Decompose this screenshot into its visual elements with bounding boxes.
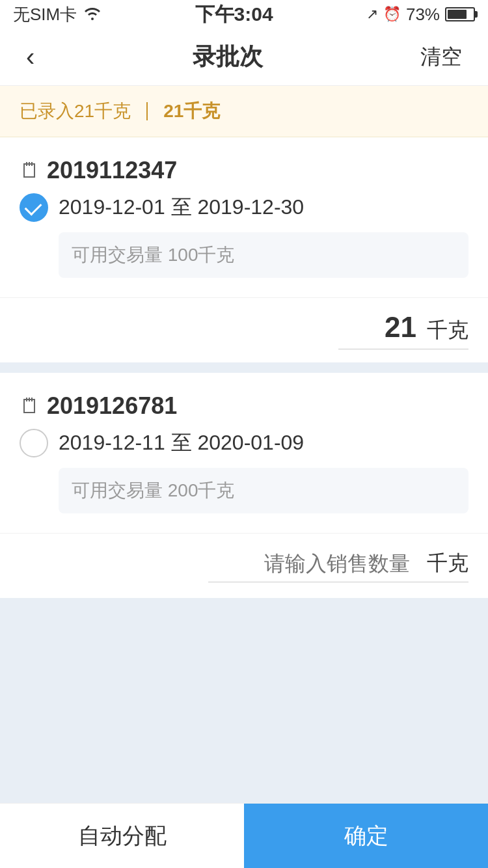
batch-card-1: 🗒 2019112347 2019-12-01 至 2019-12-30 可用交…	[0, 137, 488, 362]
batch-date-2: 2019-12-11 至 2020-01-09	[59, 429, 304, 457]
batch-doc-icon-2: 🗒	[20, 394, 40, 418]
available-qty-box-1: 可用交易量 100千克	[59, 232, 468, 278]
battery-icon	[445, 7, 475, 21]
amount-value-1: 21	[385, 311, 416, 344]
batch-id-2: 2019126781	[47, 392, 177, 420]
nav-bar: ‹ 录批次 清空	[0, 29, 488, 86]
status-right: ↗ ⏰ 73%	[366, 5, 475, 25]
alarm-icon: ⏰	[383, 6, 401, 23]
confirm-button[interactable]: 确定	[244, 804, 488, 868]
input-unit-2: 千克	[427, 549, 468, 578]
input-row-2: 千克	[0, 533, 488, 598]
available-qty-text-2: 可用交易量 200千克	[72, 480, 235, 500]
status-bar: 无SIM卡 下午3:04 ↗ ⏰ 73%	[0, 0, 488, 29]
back-button[interactable]: ‹	[20, 36, 41, 78]
clear-button[interactable]: 清空	[414, 36, 468, 78]
auto-distribute-button[interactable]: 自动分配	[0, 804, 244, 868]
batch-id-1: 2019112347	[47, 157, 177, 184]
batch-doc-icon-1: 🗒	[20, 159, 40, 183]
amount-unit-1: 千克	[427, 316, 468, 345]
amount-row-1: 21 千克	[0, 297, 488, 362]
qty-input-2[interactable]	[150, 552, 410, 576]
batch-date-row-2: 2019-12-11 至 2020-01-09	[20, 429, 468, 457]
recorded-value: 21千克	[163, 99, 220, 124]
batch-item-2[interactable]: 🗒 2019126781 2019-12-11 至 2020-01-09 可用交…	[0, 373, 488, 533]
section-divider	[0, 362, 488, 373]
location-icon: ↗	[366, 6, 378, 23]
status-time: 下午3:04	[195, 1, 273, 28]
bottom-bar: 自动分配 确定	[0, 803, 488, 868]
battery-percentage: 73%	[406, 5, 440, 25]
status-left: 无SIM卡	[13, 3, 102, 26]
recorded-label: 已录入21千克	[20, 99, 131, 124]
banner-divider	[146, 102, 148, 120]
batch-radio-2[interactable]	[20, 429, 48, 457]
batch-card-2: 🗒 2019126781 2019-12-11 至 2020-01-09 可用交…	[0, 373, 488, 598]
wifi-icon	[83, 5, 102, 25]
batch-radio-1[interactable]	[20, 193, 48, 222]
info-banner: 已录入21千克 21千克	[0, 86, 488, 137]
available-qty-box-2: 可用交易量 200千克	[59, 468, 468, 513]
batch-date-1: 2019-12-01 至 2019-12-30	[59, 193, 304, 222]
carrier-text: 无SIM卡	[13, 3, 77, 26]
page-title: 录批次	[193, 41, 263, 73]
batch-date-row-1: 2019-12-01 至 2019-12-30	[20, 193, 468, 222]
batch-item-1[interactable]: 🗒 2019112347 2019-12-01 至 2019-12-30 可用交…	[0, 137, 488, 297]
batch-header-2: 🗒 2019126781	[20, 392, 468, 420]
available-qty-text-1: 可用交易量 100千克	[72, 245, 235, 265]
batch-header-1: 🗒 2019112347	[20, 157, 468, 184]
